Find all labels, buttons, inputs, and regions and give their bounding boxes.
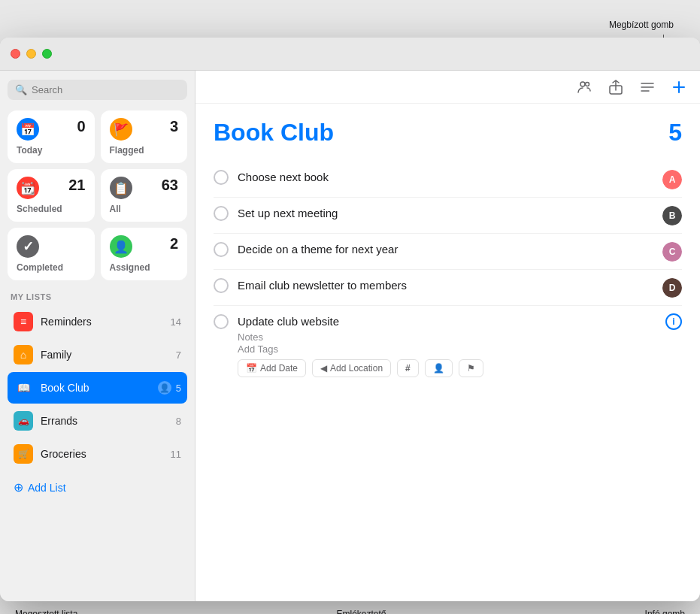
list-detail-title: Book Club <box>214 119 334 147</box>
shared-badge: 👤 <box>158 381 171 395</box>
task-assignee-2: B <box>662 206 682 225</box>
share-button[interactable] <box>605 77 626 98</box>
task-tags: Add Tags <box>238 343 682 355</box>
family-icon: ⌂ <box>14 345 33 364</box>
all-count: 63 <box>162 177 178 194</box>
smart-list-completed[interactable]: ✓ Completed <box>8 228 95 280</box>
task-list: Choose next book A Set up next meeting <box>214 162 682 385</box>
task-title-2: Set up next meeting <box>238 205 656 221</box>
groceries-list-count: 11 <box>171 449 181 460</box>
smart-list-flagged[interactable]: 🚩 3 Flagged <box>101 110 188 163</box>
location-icon: ◀ <box>320 363 327 374</box>
add-list-label: Add List <box>28 482 66 494</box>
task-notes: Notes <box>238 331 682 343</box>
flag-icon: ⚑ <box>467 363 475 374</box>
add-list-icon: ⊕ <box>14 480 23 495</box>
task-item: Set up next meeting B <box>214 198 682 234</box>
task-checkbox-2[interactable] <box>214 206 229 221</box>
search-input[interactable] <box>32 84 180 95</box>
all-label: All <box>110 204 179 214</box>
assign-button[interactable]: 👤 <box>425 359 453 377</box>
top-annotation-label: Megbízott gomb <box>609 20 674 30</box>
task-title-3: Decide on a theme for next year <box>238 241 656 257</box>
assigned-count: 2 <box>170 235 178 253</box>
person-icon: 👤 <box>433 363 444 374</box>
task-assignee-1: A <box>662 170 682 189</box>
my-lists-section-title: My Lists <box>8 292 187 301</box>
svg-point-0 <box>580 82 585 86</box>
smart-list-scheduled[interactable]: 📆 21 Scheduled <box>8 169 95 222</box>
avatar-3: C <box>662 242 682 262</box>
search-bar[interactable]: 🔍 <box>8 80 187 100</box>
smart-list-today[interactable]: 📅 0 Today <box>8 110 95 163</box>
smart-lists-grid: 📅 0 Today 🚩 3 Flagged <box>8 110 187 280</box>
task-item: Choose next book A <box>214 162 682 198</box>
task-item: Decide on a theme for next year C <box>214 234 682 270</box>
flagged-icon: 🚩 <box>110 118 132 141</box>
avatar-1: A <box>662 170 682 189</box>
task-count-badge: 5 <box>668 119 682 147</box>
flag-button[interactable]: ⚑ <box>459 359 483 377</box>
outer-wrapper: Megbízott gomb 🔍 <box>0 15 700 614</box>
annotation-info-button: Infó gomb <box>645 609 685 614</box>
flagged-label: Flagged <box>110 145 179 156</box>
sidebar-item-bookclub[interactable]: 📖 Book Club 👤 5 <box>8 372 187 404</box>
groceries-list-name: Groceries <box>41 448 171 460</box>
detail-toolbar <box>195 71 700 104</box>
minimize-button[interactable] <box>26 49 36 59</box>
list-title-row: Book Club 5 <box>214 119 682 147</box>
avatar-4: D <box>662 278 682 298</box>
info-button[interactable]: i <box>665 313 682 330</box>
task-content-5: Update club website <box>238 313 659 329</box>
sidebar-item-family[interactable]: ⌂ Family 7 <box>8 339 187 371</box>
task-title-4: Email club newsletter to members <box>238 277 656 293</box>
task-content-2: Set up next meeting <box>238 205 656 221</box>
bookclub-list-count: 5 <box>176 383 181 394</box>
task-item: Email club newsletter to members D <box>214 270 682 306</box>
sidebar-item-reminders[interactable]: ≡ Reminders 14 <box>8 306 187 337</box>
completed-label: Completed <box>17 262 86 273</box>
avatar-2: B <box>662 206 682 225</box>
task-checkbox-4[interactable] <box>214 278 229 293</box>
sidebar-item-groceries[interactable]: 🛒 Groceries 11 <box>8 438 187 470</box>
search-icon: 🔍 <box>15 84 27 95</box>
today-label: Today <box>17 145 86 156</box>
collaborators-button[interactable] <box>574 77 595 98</box>
task-content-1: Choose next book <box>238 169 656 185</box>
task-checkbox-5[interactable] <box>214 314 229 329</box>
task-title-5: Update club website <box>238 313 659 329</box>
errands-list-name: Errands <box>41 415 176 427</box>
assigned-icon: 👤 <box>110 235 132 258</box>
reminders-list-name: Reminders <box>41 316 171 328</box>
completed-icon: ✓ <box>17 235 39 258</box>
close-button[interactable] <box>11 49 20 59</box>
add-list-button[interactable]: ⊕ Add List <box>8 474 187 501</box>
task-checkbox-3[interactable] <box>214 242 229 257</box>
bookclub-icon: 📖 <box>14 378 33 398</box>
reminders-list-count: 14 <box>171 316 181 328</box>
svg-point-1 <box>586 82 589 86</box>
reminders-icon: ≡ <box>14 312 33 331</box>
detail-body: Book Club 5 Choose next book A <box>195 104 700 601</box>
add-date-button[interactable]: 📅 Add Date <box>238 359 306 377</box>
smart-list-all[interactable]: 📋 63 All <box>101 169 188 222</box>
add-task-button[interactable] <box>668 77 689 98</box>
smart-list-assigned[interactable]: 👤 2 Assigned <box>101 228 188 280</box>
add-tag-button[interactable]: # <box>397 359 419 377</box>
task-checkbox-1[interactable] <box>214 170 229 185</box>
title-bar <box>0 38 700 71</box>
family-list-count: 7 <box>176 349 181 361</box>
errands-icon: 🚗 <box>14 411 33 431</box>
scheduled-icon: 📆 <box>17 177 39 199</box>
task-meta-buttons: 📅 Add Date ◀ Add Location # <box>238 359 682 377</box>
main-content: 🔍 📅 0 Today <box>0 71 700 601</box>
hashtag-icon: # <box>405 363 411 374</box>
view-options-button[interactable] <box>637 77 658 98</box>
flagged-count: 3 <box>170 118 178 135</box>
sidebar-item-errands[interactable]: 🚗 Errands 8 <box>8 405 187 437</box>
add-location-button[interactable]: ◀ Add Location <box>312 359 391 377</box>
errands-list-count: 8 <box>176 416 181 427</box>
annotation-assign-button: Emlékeztető hozzárendelése gomb <box>317 609 405 614</box>
maximize-button[interactable] <box>42 49 52 59</box>
assigned-label: Assigned <box>110 262 179 273</box>
